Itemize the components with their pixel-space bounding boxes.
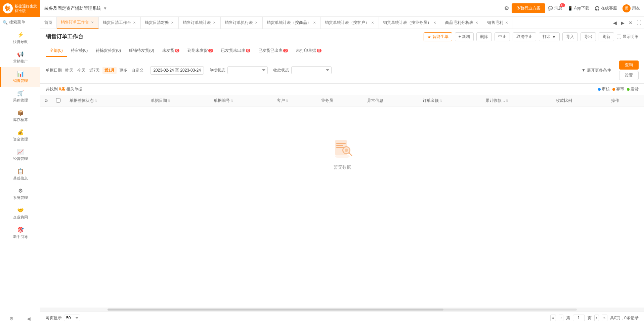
- tab-sales-stats-staff[interactable]: 销货单统计表（按业务员） ✕: [379, 17, 441, 29]
- tab-sales-profit-close[interactable]: ✕: [505, 21, 509, 25]
- user-btn[interactable]: 用 用友: [622, 4, 640, 12]
- stop-btn[interactable]: 中止: [495, 32, 510, 41]
- topbar-dropdown-icon[interactable]: ▼: [103, 6, 107, 11]
- add-btn[interactable]: + 新增: [455, 32, 474, 41]
- batch-ship-btn[interactable]: 发货: [627, 86, 639, 92]
- tab-fullscreen-btn[interactable]: ⛶: [635, 19, 643, 26]
- online-service-btn[interactable]: 🎧 在线客服: [595, 5, 617, 11]
- show-details-checkbox[interactable]: 显示明细: [617, 34, 639, 40]
- batch-review-btn[interactable]: 审核: [598, 86, 610, 92]
- filter-tab-shipped-out[interactable]: 已发货已出库0: [254, 45, 292, 57]
- tab-scroll-left-btn[interactable]: ◀: [612, 19, 618, 26]
- sort-collected-icon[interactable]: ⇅: [506, 99, 508, 103]
- delete-btn[interactable]: 删除: [476, 32, 492, 41]
- page-next-btn[interactable]: ›: [594, 315, 599, 321]
- tab-cashier-daily[interactable]: 钱货日清工作台 ✕: [99, 17, 141, 29]
- tab-sales-order-exec-close[interactable]: ✕: [254, 21, 258, 25]
- tab-sales-order-stats-close[interactable]: ✕: [212, 21, 216, 25]
- tab-home[interactable]: 首页: [40, 17, 57, 29]
- smart-order-btn[interactable]: ★ 智能生单: [424, 32, 452, 41]
- refresh-btn[interactable]: 刷新: [599, 32, 614, 41]
- topbar-settings-icon[interactable]: ⚙: [504, 5, 509, 11]
- filter-tab-pending-review[interactable]: 待审核(0): [67, 45, 92, 57]
- page-size-select[interactable]: 10 20 50 100: [64, 315, 80, 321]
- expand-more-btn[interactable]: ▼ 展开更多条件: [582, 68, 611, 73]
- export-btn[interactable]: 导出: [581, 32, 596, 41]
- payment-select[interactable]: [291, 66, 332, 74]
- sidebar-item-finance[interactable]: 💰 资金管理: [0, 126, 40, 145]
- sidebar-item-base[interactable]: 📋 基础信息: [0, 165, 40, 184]
- import-btn[interactable]: 导入: [562, 32, 578, 41]
- sidebar-item-system[interactable]: ⚙ 系统管理: [0, 184, 40, 204]
- tab-cashier-daily-close[interactable]: ✕: [132, 21, 136, 25]
- filter-tab-shipped-not-out[interactable]: 已发货未出库0: [217, 45, 255, 57]
- tab-sales-stats-staff-close[interactable]: ✕: [433, 21, 437, 25]
- shortcut-more[interactable]: 更多: [118, 67, 129, 74]
- shortcut-today[interactable]: 今天: [76, 67, 87, 74]
- tab-sales-order-stats[interactable]: 销售订单统计表 ✕: [179, 17, 221, 29]
- sidebar-item-marketing[interactable]: 📢 营销推广: [0, 48, 40, 67]
- filter-tab-all[interactable]: 全部(0): [46, 45, 67, 57]
- sidebar-item-inventory[interactable]: 📦 库存核算: [0, 106, 40, 126]
- sidebar-collapse-btn[interactable]: ◀: [27, 316, 31, 321]
- filter-tab-wangpu[interactable]: 旺铺待发货(0): [125, 45, 158, 57]
- filter-tab-pending-inspection[interactable]: 待拣货验货(0): [92, 45, 125, 57]
- message-btn[interactable]: 💬 消息 6: [548, 5, 562, 11]
- query-btn[interactable]: 查询: [619, 60, 639, 70]
- filter-tab-not-printed[interactable]: 未打印单据0: [292, 45, 326, 57]
- status-select[interactable]: [227, 66, 268, 74]
- tab-sales-profit[interactable]: 销售毛利 ✕: [483, 17, 513, 29]
- sort-customer-icon[interactable]: ⇅: [286, 99, 288, 103]
- filter-tab-overdue[interactable]: 到期未发货0: [183, 45, 217, 57]
- print-btn[interactable]: 打印 ▼: [539, 32, 560, 41]
- sidebar-item-purchase[interactable]: 🛒 采购管理: [0, 87, 40, 106]
- settings-col-icon[interactable]: ⚙: [44, 98, 48, 103]
- shortcut-7days[interactable]: 近7天: [88, 67, 101, 74]
- sidebar-item-guide[interactable]: 🎯 新手引导: [0, 223, 40, 243]
- page-first-btn[interactable]: «: [550, 315, 556, 321]
- filter-tab-not-shipped[interactable]: 未发货0: [158, 45, 184, 57]
- select-all-checkbox[interactable]: [56, 98, 60, 103]
- page-input[interactable]: [573, 315, 585, 321]
- solution-button[interactable]: 体验行业方案: [512, 3, 545, 13]
- shortcut-custom[interactable]: 自定义: [130, 67, 145, 74]
- tab-sales-workbench-close[interactable]: ✕: [90, 20, 94, 25]
- shortcut-yesterday[interactable]: 昨天: [64, 67, 75, 74]
- date-range-input[interactable]: 2023-02-24 至 2023-03-24: [150, 66, 204, 75]
- tab-sales-stats-customer[interactable]: 销货单统计表（按客户） ✕: [321, 17, 379, 29]
- scrollbar-track[interactable]: [108, 309, 577, 311]
- sidebar-item-operation[interactable]: 📈 经营管理: [0, 145, 40, 165]
- sidebar-item-cooperation[interactable]: 🤝 企业协同: [0, 204, 40, 223]
- scrollbar-thumb[interactable]: [108, 309, 443, 311]
- tab-sales-stats-product-close[interactable]: ✕: [312, 21, 316, 25]
- show-details-input[interactable]: [617, 35, 621, 39]
- tab-close-all-btn[interactable]: ✕: [627, 19, 634, 26]
- sidebar-settings-btn[interactable]: ⚙: [9, 316, 14, 321]
- search-settings-btn[interactable]: 设置: [619, 71, 639, 80]
- shortcut-1month[interactable]: 近1月: [102, 67, 117, 74]
- print-dropdown-icon: ▼: [552, 35, 556, 39]
- app-download-btn[interactable]: 📱 App下载: [568, 5, 589, 11]
- sort-number-icon[interactable]: ⇅: [230, 99, 233, 103]
- batch-unreview-btn[interactable]: 弃审: [612, 86, 624, 92]
- sort-date-icon[interactable]: ⇅: [168, 99, 170, 103]
- cancel-stop-btn[interactable]: 取消中止: [513, 32, 536, 41]
- tab-product-margin-close[interactable]: ✕: [475, 21, 479, 25]
- empty-text: 暂无数据: [334, 164, 351, 170]
- sort-status-icon[interactable]: ⇅: [94, 99, 97, 103]
- page-prev-btn[interactable]: ‹: [559, 315, 563, 321]
- tab-sales-workbench[interactable]: 销售订单工作台 ✕: [57, 17, 99, 29]
- page-last-btn[interactable]: »: [602, 315, 607, 321]
- tab-sales-stats-product[interactable]: 销货单统计表（按商品） ✕: [263, 17, 321, 29]
- tab-sales-order-exec[interactable]: 销售订单执行表 ✕: [221, 17, 263, 29]
- sidebar-item-quick-nav[interactable]: ⚡ 快捷导航: [0, 28, 40, 48]
- tab-cash-goods-reconcile[interactable]: 钱货日清对账 ✕: [141, 17, 179, 29]
- sidebar-item-sales[interactable]: 📊 销售管理: [0, 67, 40, 87]
- tab-cash-goods-reconcile-close[interactable]: ✕: [170, 21, 174, 25]
- tab-scroll-right-btn[interactable]: ▶: [619, 19, 626, 26]
- tab-sales-stats-customer-close[interactable]: ✕: [371, 21, 375, 25]
- tab-product-margin[interactable]: 商品毛利分析表 ✕: [441, 17, 483, 29]
- summary-text: 共找到 0条 相关单据: [46, 86, 82, 92]
- sidebar-search[interactable]: 🔍 搜索菜单: [0, 17, 40, 28]
- sort-amount-icon[interactable]: ⇅: [439, 99, 442, 103]
